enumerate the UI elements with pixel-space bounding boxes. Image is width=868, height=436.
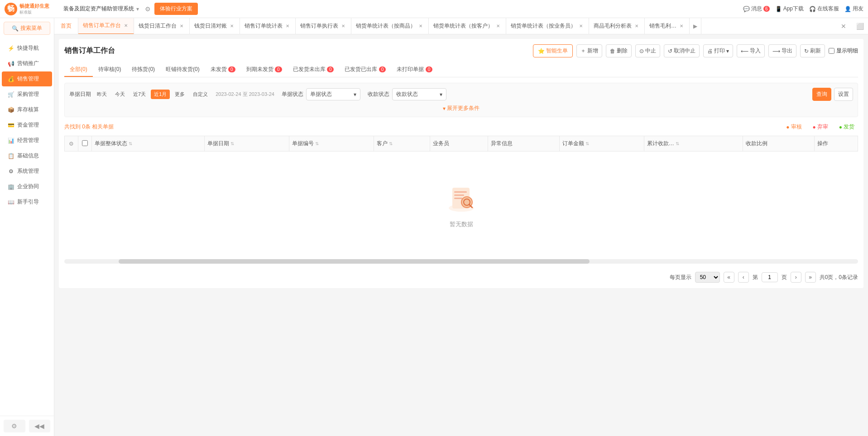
tab-close-sales-stats[interactable]: ✕ [284,23,291,29]
tab-reconcile[interactable]: 钱货日清对账 ✕ [190,18,240,34]
search-menu-btn[interactable]: 🔍 搜索菜单 [4,22,50,35]
date-btn-custom[interactable]: 自定义 [190,90,211,99]
page-prev-btn[interactable]: ‹ [738,272,749,283]
tab-close-goods-customer[interactable]: ✕ [495,23,501,29]
show-detail-label[interactable]: 显示明细 [829,47,858,55]
tab-close-goods-product[interactable]: ✕ [417,23,424,29]
filter-tab-shipped-not-out[interactable]: 已发货未出库 0 [288,63,340,77]
tab-goods-stats-customer[interactable]: 销货单统计表（按客户） ✕ [429,18,506,34]
action-cancel-review-btn[interactable]: ● 弃审 [809,122,832,132]
th-overall-status-sort[interactable]: 单据整体状态 ⇅ [95,140,201,147]
tab-cash-goods-workbench[interactable]: 钱货日清工作台 ✕ [134,18,190,34]
page-last-btn[interactable]: » [805,272,816,283]
th-cumulative-payment-sort[interactable]: 累计收款… ⇅ [647,140,740,147]
tab-sales-workbench[interactable]: 销售订单工作台 ✕ [78,18,134,34]
sidebar-item-inventory[interactable]: 📦 库存核算 [2,102,52,117]
tab-close-margin[interactable]: ✕ [633,23,640,29]
tab-home[interactable]: 首页 [54,18,78,34]
tab-more-btn[interactable]: ▶ [690,18,701,34]
page-input[interactable] [762,272,778,282]
tab-sales-margin[interactable]: 销售毛利… ✕ [645,18,690,34]
filter-tab-not-printed[interactable]: 未打印单据 0 [391,63,438,77]
tab-close-sales-workbench[interactable]: ✕ [123,23,129,29]
industry-btn[interactable]: 体验行业方案 [154,3,198,15]
status-select[interactable]: 单据状态 ▾ [306,88,360,100]
filter-tab-all[interactable]: 全部(0) [64,63,93,77]
ship-dot: ● [839,124,842,130]
logo-line1: 畅捷通好生意 [19,3,49,9]
message-btn[interactable]: 💬 消息 6 [743,5,770,13]
cancel-stop-icon: ↺ [668,48,672,54]
sidebar-item-enterprise[interactable]: 🏢 企业协同 [2,179,52,194]
sidebar-item-operation[interactable]: 📊 经营管理 [2,133,52,148]
action-review-btn[interactable]: ● 审核 [782,122,805,132]
filter-tab-pending-pick[interactable]: 待拣货(0) [126,63,160,77]
settings-icon[interactable]: ⚙ [145,5,151,13]
tab-sales-exec[interactable]: 销售订单执行表 ✕ [296,18,351,34]
tab-margin-analysis[interactable]: 商品毛利分析表 ✕ [589,18,645,34]
filter-tab-not-shipped[interactable]: 未发货 0 [205,63,241,77]
filter-tab-overdue-not-shipped[interactable]: 到期未发货 0 [241,63,288,77]
tab-goods-stats-staff[interactable]: 销货单统计表（按业务员） ✕ [506,18,589,34]
th-customer-sort[interactable]: 客户 ⇅ [377,140,427,147]
sidebar-item-sales[interactable]: 💰 销售管理 [2,71,52,86]
tab-action-maximize[interactable]: ⬜ [852,18,868,34]
page-first-btn[interactable]: « [724,272,734,283]
sidebar-item-marketing[interactable]: 📢 营销推广 [2,56,52,71]
date-btn-more[interactable]: 更多 [172,90,188,99]
th-staff-sort[interactable]: 业务员 [433,140,484,147]
app-download-btn[interactable]: 📱 App下载 [775,5,804,13]
tab-close-sales-margin[interactable]: ✕ [678,23,685,29]
tab-close-sales-exec[interactable]: ✕ [340,23,346,29]
online-service-btn[interactable]: 🎧 在线客服 [809,5,839,13]
stop-btn[interactable]: ⊙ 中止 [635,44,660,57]
filter-tab-wangpu-ship[interactable]: 旺铺待发货(0) [160,63,205,77]
smart-create-btn[interactable]: ⭐ 智能生单 [533,44,573,57]
user-btn[interactable]: 👤 用友 [844,5,863,13]
filter-tab-pending-review[interactable]: 待审核(0) [93,63,127,77]
sidebar-collapse-btn[interactable]: ◀◀ [29,420,51,432]
cancel-stop-btn[interactable]: ↺ 取消中止 [664,44,700,57]
export-btn[interactable]: ⟶ 导出 [768,44,796,57]
th-checkbox[interactable] [78,136,92,152]
sidebar-item-basic-info[interactable]: 📋 基础信息 [2,148,52,163]
payment-select[interactable]: 收款状态 ▾ [392,88,446,100]
tab-sales-stats[interactable]: 销售订单统计表 ✕ [240,18,296,34]
th-settings[interactable]: ⚙ [65,136,78,152]
sidebar-settings-btn[interactable]: ⚙ [4,420,25,432]
tab-action-close-others[interactable]: ✕ [835,18,852,34]
th-number-sort[interactable]: 单据编号 ⇅ [292,140,371,147]
refresh-btn[interactable]: ↻ 刷新 [800,44,825,57]
scrollbar-thumb[interactable] [119,259,590,264]
sidebar-item-finance[interactable]: 💳 资金管理 [2,118,52,133]
th-exception: 异常信息 [488,136,559,152]
import-btn[interactable]: ⟵ 导入 [737,44,765,57]
th-order-amount-sort[interactable]: 订单金额 ⇅ [562,140,641,147]
action-ship-btn[interactable]: ● 发货 [835,122,858,132]
sidebar-item-system[interactable]: ⚙ 系统管理 [2,164,52,179]
sidebar-item-purchase[interactable]: 🛒 采购管理 [2,87,52,102]
date-btn-today[interactable]: 今天 [112,90,128,99]
delete-btn[interactable]: 🗑 删除 [606,44,632,57]
tab-close-reconcile[interactable]: ✕ [229,23,235,29]
print-btn[interactable]: 🖨 打印 ▾ [703,44,733,57]
th-date-sort[interactable]: 单据日期 ⇅ [207,140,286,147]
expand-conditions-btn[interactable]: ▾ 展开更多条件 [443,104,480,112]
sidebar-item-quick-nav[interactable]: ⚡ 快捷导航 [2,41,52,56]
filter-settings-btn[interactable]: 设置 [834,88,853,101]
add-btn[interactable]: ＋ 新增 [576,44,602,57]
show-detail-checkbox[interactable] [829,48,834,54]
tab-close-goods-staff[interactable]: ✕ [578,23,584,29]
tab-close-cash-goods[interactable]: ✕ [178,23,185,29]
query-btn[interactable]: 查询 [812,88,831,101]
filter-tab-shipped-out[interactable]: 已发货已出库 0 [339,63,391,77]
date-btn-7days[interactable]: 近7天 [130,90,149,99]
horizontal-scrollbar[interactable] [64,259,858,264]
page-size-select[interactable]: 50 100 200 [695,272,720,283]
sidebar-item-guide[interactable]: 📖 新手引导 [2,194,52,209]
date-btn-yesterday[interactable]: 昨天 [94,90,110,99]
date-btn-1month[interactable]: 近1月 [151,90,170,99]
select-all-checkbox[interactable] [82,140,88,146]
page-next-btn[interactable]: › [791,272,801,283]
tab-goods-stats-product[interactable]: 销货单统计表（按商品） ✕ [351,18,429,34]
